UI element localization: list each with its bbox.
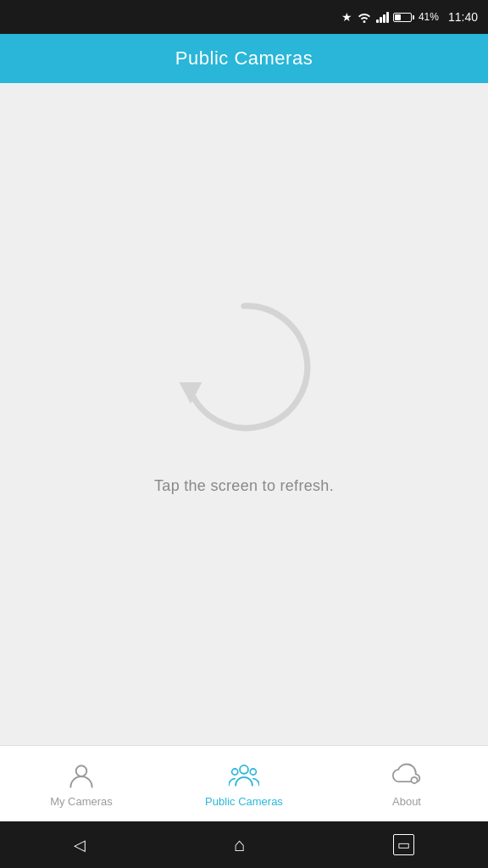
- my-cameras-icon: [66, 760, 97, 791]
- nav-item-my-cameras[interactable]: My Cameras: [0, 746, 163, 821]
- status-icons: ★ 41% 11:40: [341, 10, 478, 24]
- app-bar-title: Public Cameras: [175, 47, 313, 70]
- home-button[interactable]: ⌂: [234, 834, 245, 856]
- public-cameras-icon: [229, 760, 259, 791]
- nav-item-about[interactable]: About: [325, 746, 488, 821]
- svg-point-2: [240, 765, 248, 773]
- tap-refresh-text: Tap the screen to refresh.: [154, 477, 334, 495]
- svg-point-6: [412, 777, 416, 782]
- battery-indicator: [393, 13, 414, 22]
- status-bar: ★ 41% 11:40: [0, 0, 488, 34]
- system-nav-bar: ◁ ⌂ ▭: [0, 821, 488, 868]
- svg-point-4: [250, 768, 256, 774]
- signal-bars: [376, 11, 389, 23]
- wifi-icon: [357, 11, 372, 23]
- battery-percentage: 41%: [419, 11, 439, 23]
- refresh-icon-container: [159, 282, 329, 452]
- main-content[interactable]: Tap the screen to refresh.: [0, 83, 488, 745]
- app-bar: Public Cameras: [0, 34, 488, 83]
- status-time: 11:40: [448, 10, 478, 24]
- svg-point-3: [232, 768, 238, 774]
- nav-label-about: About: [392, 795, 421, 808]
- nav-label-my-cameras: My Cameras: [50, 795, 113, 808]
- back-button[interactable]: ◁: [74, 836, 86, 854]
- recents-button[interactable]: ▭: [393, 834, 414, 855]
- about-icon: [391, 760, 422, 791]
- star-icon: ★: [341, 10, 352, 24]
- nav-label-public-cameras: Public Cameras: [205, 795, 283, 808]
- nav-item-public-cameras[interactable]: Public Cameras: [163, 746, 325, 821]
- svg-point-1: [76, 765, 87, 776]
- refresh-icon: [168, 291, 320, 443]
- bottom-nav: My Cameras Public Cameras About: [0, 745, 488, 821]
